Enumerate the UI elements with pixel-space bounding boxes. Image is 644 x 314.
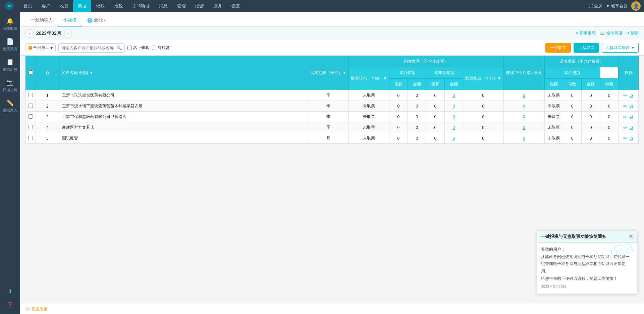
row-view-icon-4[interactable]: 🖨 (629, 136, 634, 141)
filter-named-accounts[interactable]: 名下账套 (127, 45, 149, 51)
row-quarterly-amount-3[interactable]: 0 (444, 122, 463, 133)
row-edit-icon-4[interactable]: ✏ (623, 136, 627, 141)
notification-popup: tEa 一键报税与无盘取票功能恢复通知 ✕ 尊敬的用户： 江苏政务网已恢复访问电… (537, 230, 637, 294)
fullscreen-btn[interactable]: ⛶ 全屏 (589, 3, 602, 9)
nav-service[interactable]: 服务 (209, 0, 227, 12)
search-input[interactable] (61, 46, 115, 50)
filter-has-disk-checkbox[interactable] (152, 46, 156, 50)
filter-has-disk[interactable]: 有税盘 (152, 45, 170, 51)
sidebar-item-scan-upload[interactable]: 📷 扫描上传 (1, 76, 19, 95)
row-name-0[interactable]: 卫辉市玖玖健合医药有限公司 (59, 90, 308, 101)
nav-invoice[interactable]: 票据 (73, 0, 91, 12)
row-edit-icon-3[interactable]: ✏ (623, 125, 627, 130)
nav-billing[interactable]: 收费 (55, 0, 73, 12)
table-body: 1 卫辉市玖玖健合医药有限公司 季 未取票 0 0 0 0 0 0 未取票 0 … (26, 90, 639, 144)
row-purchase-tax-4: 0 (600, 133, 619, 144)
row-cumulative-4[interactable]: 0 (503, 133, 544, 144)
th-quarterly-tax: 税额 (545, 79, 563, 90)
row-quarterly-amount-2[interactable]: 0 (444, 112, 463, 122)
row-check-2[interactable] (29, 114, 33, 119)
row-cumulative-2[interactable]: 0 (503, 112, 544, 122)
row-quarterly-amount-1[interactable]: 0 (444, 101, 463, 112)
tab-small-scale[interactable]: 小规模 (58, 14, 82, 26)
sidebar: 🔔 智能取票 📄 发票开具 📋 票据汇总 📷 扫描上传 ✏️ 票据录入 ⬇ ❓ (0, 12, 20, 314)
row-view-icon-1[interactable]: 🖨 (629, 104, 634, 109)
nav-home[interactable]: 首页 (19, 0, 37, 12)
row-check-0[interactable] (29, 93, 33, 97)
refresh-btn[interactable]: ↺ 刷新 (626, 30, 639, 36)
no-disk-ops-btn[interactable]: 无盘取票操作 ▼ (602, 43, 639, 53)
row-cumulative-0[interactable]: 0 (503, 90, 544, 101)
employee-select[interactable]: 全部员工 ▾ (25, 43, 56, 52)
search-icon[interactable]: 🔍 (116, 45, 122, 50)
row-sale-tax-0: 0 (426, 90, 444, 101)
row-purchase-amount-3: 0 (582, 122, 600, 133)
user-avatar[interactable]: 👤 (631, 1, 641, 11)
row-period-0: 季 (308, 90, 348, 101)
notification-body: 尊敬的用户： 江苏政务网已恢复访问电子税务局功能，易代账一键登陆电子税务局与无盘… (537, 243, 637, 294)
th-purchase-qty: 份数 (563, 79, 582, 90)
row-sale-qty-3: 0 (389, 122, 408, 133)
notification-content: 江苏政务网已恢复访问电子税务局功能，易代账一键登陆电子税务局与无盘取票相关功能可… (541, 253, 633, 275)
row-cumulative-3[interactable]: 0 (503, 122, 544, 133)
manual-btn[interactable]: 📖 操作手册 (600, 30, 622, 36)
top-nav: 首页 客户 收费 票据 记账 报税 工商项目 消息 管理 经营 服务 设置 ⛶ … (0, 0, 644, 12)
sidebar-item-smart-ticket[interactable]: 🔔 智能取票 (1, 15, 19, 34)
bottom-bar: ⓘ 税务政策 (20, 304, 644, 314)
row-purchase-qty-4: 0 (563, 133, 582, 144)
sidebar-item-invoice-summary[interactable]: 📋 票据汇总 (1, 56, 19, 75)
row-view-icon-2[interactable]: 🖨 (629, 114, 634, 120)
row-cumulative-1[interactable]: 0 (503, 101, 544, 112)
row-check-4[interactable] (29, 136, 33, 140)
select-all-checkbox[interactable] (29, 70, 33, 75)
row-edit-icon-0[interactable]: ✏ (623, 93, 627, 98)
employee-dropdown-icon: ▾ (51, 46, 53, 50)
one-click-ticket-btn[interactable]: 一键取票 (545, 43, 571, 53)
tax-policy-link[interactable]: 税务政策 (32, 306, 48, 312)
tab-all[interactable]: 🌐 全能 ▾ (82, 14, 111, 26)
nav-bookkeeping[interactable]: 记账 (91, 0, 109, 12)
tab-general-taxpayer[interactable]: 一般纳税人 (25, 14, 58, 26)
row-edit-icon-1[interactable]: ✏ (623, 104, 627, 109)
row-name-1[interactable]: 卫辉市汲水镇下圆调查蔺营苗木种植家庭农场 (59, 101, 308, 112)
row-sale-status-3: 未取票 (348, 122, 389, 133)
row-sale-qty-1: 0 (389, 101, 408, 112)
th-sale-status: 取票状态（全部）▼ (348, 67, 389, 90)
nav-tax[interactable]: 报税 (109, 0, 127, 12)
row-num-4: 5 (36, 133, 59, 144)
row-actions-0: ✏ 🖨 (619, 90, 639, 101)
sidebar-item-invoice-issue[interactable]: 📄 发票开具 (1, 35, 19, 54)
row-check-1[interactable] (29, 104, 33, 108)
nav-manage[interactable]: 管理 (172, 0, 191, 12)
employee-dot (29, 46, 32, 50)
member-btn[interactable]: ▶ 畅享会员 (606, 3, 627, 9)
th-monthly-sale: 本月销项 (389, 67, 426, 79)
row-edit-icon-2[interactable]: ✏ (623, 114, 627, 120)
row-check-3[interactable] (29, 125, 33, 129)
notification-header: 一键报税与无盘取票功能恢复通知 ✕ (537, 231, 637, 243)
no-disk-ticket-btn[interactable]: 无盘取票 (574, 43, 599, 53)
sidebar-download-btn[interactable]: ⬇ (5, 286, 15, 297)
nav-customer[interactable]: 客户 (37, 0, 55, 12)
notification-close-btn[interactable]: ✕ (629, 233, 633, 240)
row-name-2[interactable]: 卫辉市保和堂医药有限公司卫辉路店 (59, 112, 308, 122)
filter-named-accounts-checkbox[interactable] (127, 46, 132, 50)
nav-message[interactable]: 消息 (154, 0, 172, 12)
row-quarterly-amount-4[interactable]: 0 (444, 133, 463, 144)
row-num-2: 3 (36, 112, 59, 122)
row-name-3[interactable]: 新建区方方文具店 (59, 122, 308, 133)
nav-operation[interactable]: 经营 (191, 0, 209, 12)
sidebar-item-invoice-entry[interactable]: ✏️ 票据录入 (1, 97, 19, 116)
period-next-btn[interactable]: › (64, 29, 72, 38)
nav-settings[interactable]: 设置 (227, 0, 245, 12)
sidebar-help-btn[interactable]: ❓ (5, 299, 15, 310)
row-view-icon-0[interactable]: 🖨 (629, 93, 634, 98)
row-quarterly-amount-0[interactable]: 0 (444, 90, 463, 101)
nav-business[interactable]: 工商项目 (127, 0, 154, 12)
guide-btn[interactable]: ✦ 新手引导 (575, 30, 596, 36)
period-prev-btn[interactable]: ‹ (25, 29, 34, 38)
row-name-4[interactable]: 测试账套 (59, 133, 308, 144)
row-quarterly-tax-4: 0 (463, 133, 503, 144)
row-view-icon-3[interactable]: 🖨 (629, 125, 634, 130)
smart-ticket-icon: 🔔 (6, 17, 14, 25)
